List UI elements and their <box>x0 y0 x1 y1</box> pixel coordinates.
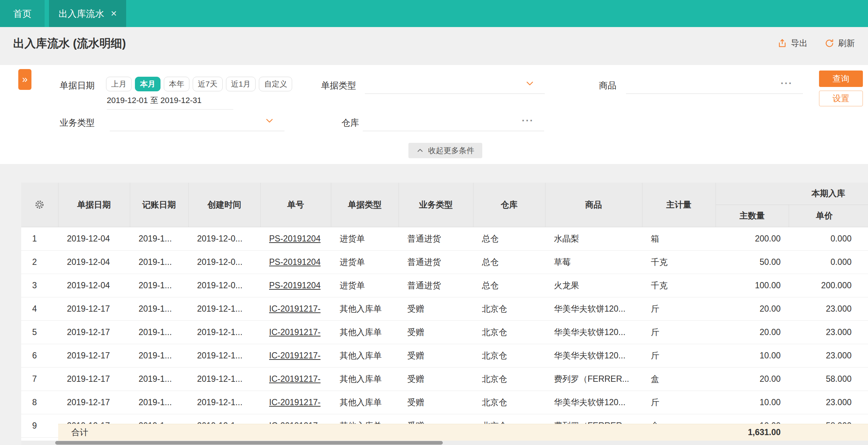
cell-product: 华美华夫软饼120... <box>545 297 642 320</box>
cell-doc-type: 其他入库单 <box>331 391 399 414</box>
ellipsis-icon <box>522 116 534 126</box>
preset-this-year[interactable]: 本年 <box>164 77 189 91</box>
cell-doc-date: 2019-12-04 <box>58 227 130 250</box>
row-index: 9 <box>21 414 58 437</box>
table-row[interactable]: 1 2019-12-04 2019-1... 2019-12-0... PS-2… <box>21 227 868 250</box>
chevron-down-icon <box>525 79 535 88</box>
cell-account-date: 2019-1... <box>130 297 188 320</box>
tab-inout-flow[interactable]: 出入库流水 × <box>49 0 126 27</box>
cell-product: 水晶梨 <box>545 227 642 250</box>
cell-account-date: 2019-1... <box>130 344 188 367</box>
col-header-product[interactable]: 商品 <box>545 183 642 227</box>
col-header-created-time[interactable]: 创建时间 <box>188 183 260 227</box>
cell-biz-type: 受赠 <box>399 344 473 367</box>
horizontal-scrollbar-thumb[interactable] <box>55 441 443 445</box>
doc-no-link[interactable]: IC-20191217- <box>269 351 321 360</box>
product-picker[interactable] <box>626 73 803 94</box>
cell-account-date: 2019-1... <box>130 250 188 274</box>
cell-warehouse: 总仓 <box>473 274 545 297</box>
cell-account-date: 2019-1... <box>130 367 188 391</box>
doc-type-label: 单据类型 <box>321 80 356 91</box>
preset-custom[interactable]: 自定义 <box>259 77 292 91</box>
cell-warehouse: 总仓 <box>473 250 545 274</box>
cell-product: 火龙果 <box>545 274 642 297</box>
preset-this-month[interactable]: 本月 <box>135 77 161 91</box>
cell-doc-no: IC-20191217- <box>260 320 331 344</box>
doc-no-link[interactable]: IC-20191217- <box>269 327 321 337</box>
cell-main-unit: 千克 <box>642 250 716 274</box>
cell-main-qty: 10.00 <box>716 391 789 414</box>
cell-product: 草莓 <box>545 250 642 274</box>
cell-warehouse: 总仓 <box>473 227 545 250</box>
query-button[interactable]: 查询 <box>819 71 863 87</box>
preset-last-1-month[interactable]: 近1月 <box>226 77 256 91</box>
settings-button[interactable]: 设置 <box>819 91 863 106</box>
cell-created-time: 2019-12-0... <box>188 250 260 274</box>
cell-main-qty: 20.00 <box>716 367 789 391</box>
table-row[interactable]: 3 2019-12-04 2019-1... 2019-12-0... PS-2… <box>21 274 868 297</box>
col-header-doc-no[interactable]: 单号 <box>260 183 331 227</box>
table-row[interactable]: 5 2019-12-17 2019-1... 2019-12-1... IC-2… <box>21 320 868 344</box>
cell-doc-date: 2019-12-17 <box>58 297 130 320</box>
cell-main-unit: 箱 <box>642 227 716 250</box>
preset-last-month[interactable]: 上月 <box>106 77 132 91</box>
cell-doc-date: 2019-12-17 <box>58 344 130 367</box>
doc-no-link[interactable]: PS-20191204 <box>269 281 321 290</box>
cell-main-unit: 斤 <box>642 344 716 367</box>
horizontal-scrollbar[interactable] <box>21 441 868 445</box>
date-range-value[interactable]: 2019-12-01 至 2019-12-31 <box>107 95 233 110</box>
cell-biz-type: 普通进货 <box>399 250 473 274</box>
col-header-account-date[interactable]: 记账日期 <box>130 183 188 227</box>
tab-home[interactable]: 首页 <box>0 0 45 27</box>
doc-no-link[interactable]: PS-20191204 <box>269 234 321 243</box>
doc-type-select[interactable] <box>365 73 545 94</box>
cell-warehouse: 北京仓 <box>473 391 545 414</box>
chevron-down-icon <box>265 116 274 125</box>
refresh-button[interactable]: 刷新 <box>824 38 855 49</box>
doc-no-link[interactable]: IC-20191217- <box>269 374 321 384</box>
cell-created-time: 2019-12-1... <box>188 344 260 367</box>
cell-main-unit: 斤 <box>642 297 716 320</box>
cell-main-qty: 50.00 <box>716 250 789 274</box>
col-header-main-unit[interactable]: 主计量 <box>642 183 716 227</box>
export-button[interactable]: 导出 <box>777 38 808 49</box>
cell-doc-no: PS-20191204 <box>260 227 331 250</box>
preset-last-7-days[interactable]: 近7天 <box>193 77 223 91</box>
col-header-doc-type[interactable]: 单据类型 <box>331 183 399 227</box>
warehouse-picker[interactable] <box>363 110 544 131</box>
col-header-unit-price[interactable]: 单价 <box>789 205 868 227</box>
filter-panel: » 单据日期 上月 本月 本年 近7天 近1月 自定义 2019-12-01 至… <box>0 65 868 164</box>
doc-no-link[interactable]: PS-20191204 <box>269 257 321 267</box>
row-index: 1 <box>21 227 58 250</box>
product-label: 商品 <box>599 80 616 91</box>
col-header-main-qty[interactable]: 主数量 <box>716 205 789 227</box>
biz-type-select[interactable] <box>110 110 284 131</box>
table-row[interactable]: 8 2019-12-17 2019-1... 2019-12-1... IC-2… <box>21 391 868 414</box>
total-label: 合计 <box>71 427 88 438</box>
collapse-conditions-button[interactable]: 收起更多条件 <box>408 143 482 158</box>
col-header-biz-type[interactable]: 业务类型 <box>399 183 473 227</box>
flow-table: 单据日期 记账日期 创建时间 单号 单据类型 业务类型 仓库 商品 主计量 本期… <box>21 183 868 445</box>
cell-account-date: 2019-1... <box>130 227 188 250</box>
doc-no-link[interactable]: IC-20191217- <box>269 304 321 313</box>
table-row[interactable]: 2 2019-12-04 2019-1... 2019-12-0... PS-2… <box>21 250 868 274</box>
export-icon <box>777 38 787 48</box>
cell-unit-price: 0.000 <box>789 250 868 274</box>
cell-biz-type: 受赠 <box>399 367 473 391</box>
table-row[interactable]: 4 2019-12-17 2019-1... 2019-12-1... IC-2… <box>21 297 868 320</box>
doc-no-link[interactable]: IC-20191217- <box>269 398 321 407</box>
close-tab-icon[interactable]: × <box>111 8 117 19</box>
col-header-doc-date[interactable]: 单据日期 <box>58 183 130 227</box>
tab-inout-flow-label: 出入库流水 <box>59 8 104 20</box>
col-header-warehouse[interactable]: 仓库 <box>473 183 545 227</box>
total-row: 合计 1,631.00 <box>58 424 868 441</box>
cell-doc-date: 2019-12-04 <box>58 250 130 274</box>
table-row[interactable]: 7 2019-12-17 2019-1... 2019-12-1... IC-2… <box>21 367 868 391</box>
row-index: 4 <box>21 297 58 320</box>
table-row[interactable]: 6 2019-12-17 2019-1... 2019-12-1... IC-2… <box>21 344 868 367</box>
cell-warehouse: 北京仓 <box>473 297 545 320</box>
expand-panel-button[interactable]: » <box>18 69 31 90</box>
cell-doc-no: IC-20191217- <box>260 391 331 414</box>
column-settings-header[interactable] <box>21 183 58 227</box>
double-chevron-right-icon: » <box>22 74 27 85</box>
